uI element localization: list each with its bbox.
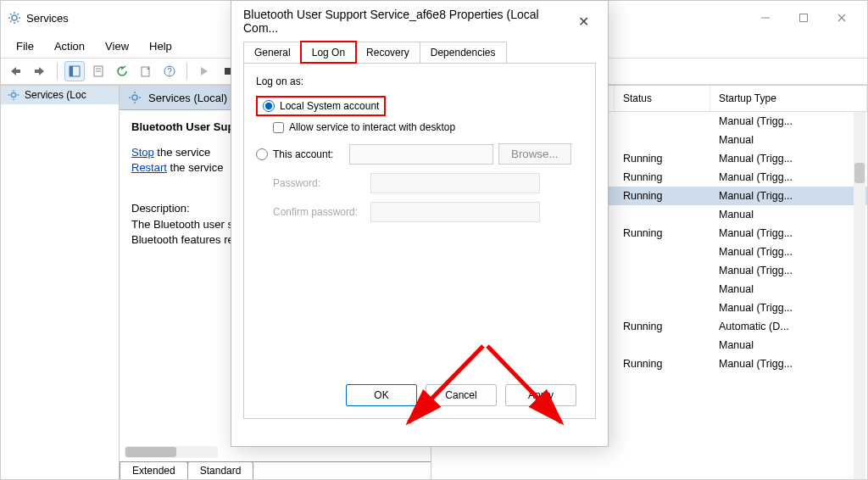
properties-dialog: Bluetooth User Support Service_af6e8 Pro… [231,0,609,447]
horizontal-scrollbar[interactable] [125,446,218,458]
cell-startup-type: Manual (Trigg... [710,189,867,203]
cell-status [615,114,710,128]
tool-start[interactable] [194,61,214,81]
tool-show-hide[interactable] [64,61,85,81]
cell-status [615,264,710,277]
cell-startup-type: Manual (Trigg... [710,114,867,128]
tool-forward[interactable] [30,61,50,81]
col-startup-type[interactable]: Startup Type [710,86,867,111]
cancel-button[interactable]: Cancel [426,384,497,406]
tool-export[interactable] [136,61,156,81]
stop-suffix: the service [154,146,210,159]
svg-text:?: ? [167,67,172,76]
cell-status [615,282,710,296]
tab-extended[interactable]: Extended [120,461,188,479]
minimize-button[interactable] [746,6,784,30]
dialog-close-button[interactable]: ✕ [571,10,596,33]
cell-status [615,208,710,221]
browse-button[interactable]: Browse... [498,143,571,165]
password-label: Password: [273,177,362,189]
cell-startup-type: Manual (Trigg... [710,152,867,165]
cell-startup-type: Manual [710,338,867,352]
window-title: Services [26,12,69,25]
cell-startup-type: Manual [710,282,867,296]
col-status[interactable]: Status [615,86,710,111]
maximize-button[interactable] [784,6,822,30]
svg-point-0 [12,15,17,20]
svg-rect-4 [70,66,73,76]
cell-status: Running [615,170,710,184]
this-account-input[interactable] [349,144,493,165]
confirm-password-label: Confirm password: [273,206,362,218]
vertical-scrollbar[interactable] [854,112,865,479]
dialog-title: Bluetooth User Support Service_af6e8 Pro… [243,8,571,35]
svg-point-16 [132,95,137,100]
dialog-titlebar[interactable]: Bluetooth User Support Service_af6e8 Pro… [231,1,608,42]
tree-pane: Services (Loc [1,86,120,479]
cell-status: Running [615,357,710,371]
gear-icon [8,89,19,101]
menu-file[interactable]: File [8,36,42,56]
tab-dependencies[interactable]: Dependencies [420,42,507,63]
tab-general[interactable]: General [243,42,302,63]
tree-item-label: Services (Loc [25,89,86,101]
confirm-password-input[interactable] [370,202,540,222]
tab-recovery[interactable]: Recovery [355,42,420,63]
svg-point-15 [11,92,15,97]
cell-startup-type: Manual [710,133,867,147]
apply-button[interactable]: Apply [505,384,576,406]
menu-action[interactable]: Action [46,36,93,56]
checkbox-allow-interact-label: Allow service to interact with desktop [289,121,455,133]
stop-link[interactable]: Stop [131,146,154,159]
menu-view[interactable]: View [97,36,137,56]
cell-startup-type: Automatic (D... [710,320,867,333]
password-input[interactable] [370,173,540,193]
radio-this-account[interactable] [256,148,268,160]
checkbox-allow-interact[interactable] [273,122,284,133]
services-icon [8,11,21,25]
cell-status: Running [615,189,710,203]
tool-properties[interactable] [88,61,108,81]
radio-local-system[interactable] [263,100,275,112]
cell-status: Running [615,320,710,333]
ok-button[interactable]: OK [346,384,417,406]
tab-log-on[interactable]: Log On [301,42,356,63]
cell-status [615,133,710,147]
close-button[interactable] [822,6,860,30]
cell-status [615,338,710,352]
cell-startup-type: Manual (Trigg... [710,301,867,315]
svg-rect-2 [799,14,807,22]
tool-refresh[interactable] [112,61,132,81]
cell-status: Running [615,152,710,165]
cell-startup-type: Manual (Trigg... [710,264,867,277]
radio-this-account-label: This account: [273,148,344,160]
cell-startup-type: Manual (Trigg... [710,226,867,240]
log-on-as-label: Log on as: [256,75,583,87]
tab-standard[interactable]: Standard [187,461,254,479]
cell-startup-type: Manual (Trigg... [710,245,867,259]
cell-status: Running [615,226,710,240]
cell-status [615,301,710,315]
tree-services-local[interactable]: Services (Loc [1,86,119,104]
restart-suffix: the service [167,161,223,174]
gear-icon [128,91,142,104]
radio-local-system-label: Local System account [280,100,379,112]
tool-help[interactable]: ? [159,61,180,81]
tool-back[interactable] [6,61,26,81]
cell-status [615,245,710,259]
restart-link[interactable]: Restart [131,161,167,174]
cell-startup-type: Manual [710,208,867,221]
menu-help[interactable]: Help [141,36,181,56]
cell-startup-type: Manual (Trigg... [710,357,867,371]
cell-startup-type: Manual (Trigg... [710,170,867,184]
detail-header-label: Services (Local) [148,92,227,104]
